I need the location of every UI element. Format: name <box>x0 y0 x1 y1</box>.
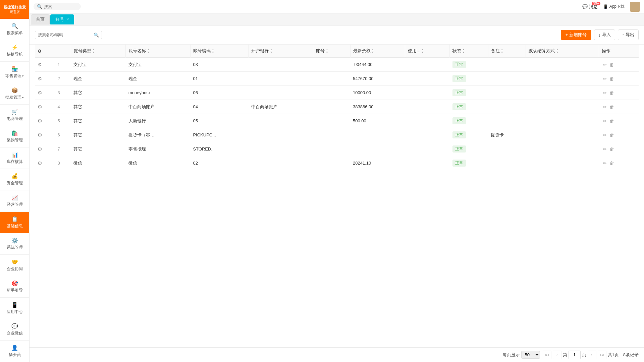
row-edit-button[interactable]: ✏ <box>601 61 608 68</box>
account-search-input[interactable] <box>38 33 92 37</box>
row-edit-button[interactable]: ✏ <box>601 132 608 138</box>
topbar-search-input[interactable] <box>44 4 77 9</box>
row-delete-button[interactable]: 🗑 <box>608 146 615 153</box>
export-button[interactable]: ↑ 导出 <box>618 29 639 40</box>
app-download-button[interactable]: 📱 App下载 <box>603 4 625 9</box>
page-prev-button[interactable]: ‹ <box>553 351 561 359</box>
sidebar-item-app-center[interactable]: 📱应用中心 <box>0 298 29 319</box>
td-balance: 547670.00 <box>350 72 405 86</box>
row-settings-icon[interactable]: ⚙ <box>38 76 42 81</box>
sidebar-label-new-guide: 新手引导 <box>7 288 23 293</box>
row-edit-button[interactable]: ✏ <box>601 118 608 124</box>
row-edit-button[interactable]: ✏ <box>601 75 608 82</box>
td-notes <box>488 114 526 128</box>
account-search-box[interactable]: 🔍 <box>35 31 102 39</box>
row-settings-icon[interactable]: ⚙ <box>38 62 42 67</box>
sidebar-item-inventory-calc[interactable]: 📊库存核算 <box>0 147 29 169</box>
row-delete-button[interactable]: 🗑 <box>608 89 615 96</box>
td-notes <box>488 58 526 72</box>
sidebar-item-retail-mgmt[interactable]: 🏪零售管理 ▾ <box>0 62 29 83</box>
td-settings: ⚙ <box>35 58 55 72</box>
row-delete-button[interactable]: 🗑 <box>608 118 615 124</box>
search-submit-icon[interactable]: 🔍 <box>94 33 99 38</box>
sidebar-icon-member: 👤 <box>11 345 18 351</box>
row-settings-icon[interactable]: ⚙ <box>38 132 42 138</box>
th-status[interactable]: 状态▲▼ <box>450 45 488 58</box>
row-delete-button[interactable]: 🗑 <box>608 132 615 138</box>
sidebar-item-capital-mgmt[interactable]: 💰资金管理 <box>0 169 29 190</box>
th-default_settlement[interactable]: 默认结算方式▲▼ <box>526 45 599 58</box>
sidebar-item-basic-info[interactable]: 📋基础信息 <box>0 212 29 233</box>
td-name: 现金 <box>126 72 191 86</box>
row-delete-button[interactable]: 🗑 <box>608 61 615 68</box>
th-num <box>55 45 71 58</box>
th-name[interactable]: 账号名称▲▼ <box>126 45 191 58</box>
tab-home[interactable]: 首页 <box>31 14 50 24</box>
row-settings-icon[interactable]: ⚙ <box>38 146 42 152</box>
row-delete-button[interactable]: 🗑 <box>608 75 615 82</box>
message-button[interactable]: 💬 消息 99+ <box>582 4 598 10</box>
td-code: 04 <box>190 100 248 114</box>
th-balance[interactable]: 最新余额▲▼ <box>350 45 405 58</box>
row-bank: 中百商场账户 <box>251 104 277 109</box>
tab-account[interactable]: 账号✕ <box>50 14 74 24</box>
sidebar-item-shortcut-nav[interactable]: ⚡快捷导航 <box>0 40 29 62</box>
row-edit-button[interactable]: ✏ <box>601 104 608 110</box>
sidebar-item-new-guide[interactable]: 🎯新手引导 <box>0 276 29 298</box>
page-number-input[interactable]: 1 <box>569 351 581 359</box>
row-code: PICKUPC... <box>193 132 216 137</box>
row-edit-button[interactable]: ✏ <box>601 160 608 167</box>
content-header: 🔍 + 新增账号 ↓ 导入 ↑ 导出 <box>30 25 644 45</box>
th-account[interactable]: 账号▲▼ <box>313 45 351 58</box>
th-code[interactable]: 账号编码▲▼ <box>190 45 248 58</box>
page-next-button[interactable]: › <box>588 351 596 359</box>
row-edit-button[interactable]: ✏ <box>601 146 608 153</box>
sidebar-label-wholesale-mgmt: 批发管理 ▾ <box>5 95 24 100</box>
sidebar-item-enterprise-wechat[interactable]: 💬企业微信 <box>0 319 29 341</box>
topbar-search-box[interactable]: 🔍 <box>34 3 81 10</box>
row-settings-icon[interactable]: ⚙ <box>38 118 42 124</box>
row-num: 6 <box>57 132 60 137</box>
row-settings-icon[interactable]: ⚙ <box>38 90 42 96</box>
td-code: PICKUPC... <box>190 128 248 142</box>
row-num: 8 <box>57 161 60 166</box>
page-last-button[interactable]: ⏭ <box>598 351 606 359</box>
sidebar-item-ecommerce-mgmt[interactable]: 🛒电商管理 <box>0 105 29 126</box>
sidebar-item-enterprise-agreement[interactable]: 🤝企业协同 <box>0 255 29 276</box>
td-usage <box>405 100 450 114</box>
row-settings-icon[interactable]: ⚙ <box>38 160 42 166</box>
th-notes[interactable]: 备注▲▼ <box>488 45 526 58</box>
row-status: 正常 <box>452 145 466 153</box>
row-delete-button[interactable]: 🗑 <box>608 104 615 110</box>
td-name: 大新银行 <box>126 114 191 128</box>
td-num: 5 <box>55 114 71 128</box>
row-settings-icon[interactable]: ⚙ <box>38 104 42 110</box>
sidebar-item-member[interactable]: 👤畅会员 <box>0 341 29 362</box>
sidebar-label-ecommerce-mgmt: 电商管理 <box>7 116 23 122</box>
sidebar-item-operations-mgmt[interactable]: 📈经营管理 <box>0 190 29 212</box>
td-account <box>313 142 351 156</box>
sidebar-item-wholesale-mgmt[interactable]: 📦批发管理 ▾ <box>0 83 29 105</box>
import-button[interactable]: ↓ 导入 <box>594 29 615 40</box>
th-usage[interactable]: 使用...▲▼ <box>405 45 450 58</box>
th-bank[interactable]: 开户银行▲▼ <box>249 45 313 58</box>
page-first-button[interactable]: ⏮ <box>543 351 551 359</box>
per-page-dropdown[interactable]: 102050100 <box>521 351 540 359</box>
td-usage <box>405 156 450 170</box>
td-status: 正常 <box>450 72 488 86</box>
row-delete-button[interactable]: 🗑 <box>608 160 615 167</box>
table-row: ⚙2现金现金01547670.00正常✏🗑 <box>35 72 639 86</box>
td-code: 06 <box>190 86 248 100</box>
tab-close-account[interactable]: ✕ <box>66 17 69 21</box>
th-type[interactable]: 账号类型▲▼ <box>71 45 126 58</box>
td-num: 6 <box>55 128 71 142</box>
row-notes: 提货卡 <box>491 132 504 137</box>
content-area: 🔍 + 新增账号 ↓ 导入 ↑ 导出 ⚙账号类型▲▼账号名称▲▼账号编码▲▼开户… <box>30 25 644 362</box>
row-edit-button[interactable]: ✏ <box>601 89 608 96</box>
sidebar-item-purchase-mgmt[interactable]: 🛍️采购管理 <box>0 126 29 147</box>
avatar[interactable] <box>630 2 640 12</box>
sidebar-item-search-menu[interactable]: 🔍搜索菜单 <box>0 19 29 40</box>
sidebar-item-system-mgmt[interactable]: ⚙️系统管理 <box>0 233 29 255</box>
th-label-bank: 开户银行 <box>251 48 269 54</box>
add-account-button[interactable]: + 新增账号 <box>561 30 591 40</box>
